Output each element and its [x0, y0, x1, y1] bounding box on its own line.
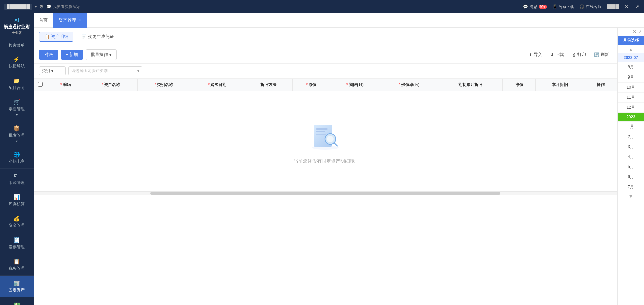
main-layout: Ai 畅捷通好业财 专业版 搜索菜单 ⚡ 快捷导航 📁 项目合同 🛒 零售管理 … — [0, 13, 644, 305]
print-button[interactable]: 🖨 打印 — [569, 50, 589, 59]
tax-icon: 📋 — [13, 258, 20, 265]
select-arrow-icon: ▾ — [51, 69, 53, 73]
top-bar: ████████ ▾ ⚙ 💬 我要看实例演示 💬 消息 99+ 📱 App下载 … — [0, 0, 644, 13]
th-code: *编码 — [47, 79, 84, 91]
user-info[interactable]: ████ — [607, 4, 619, 9]
panel-expand-btn[interactable]: ⤢ — [638, 29, 642, 34]
sidebar-item-batch[interactable]: 📦 批发管理 — [0, 121, 34, 147]
th-net-value: 净值 — [503, 79, 536, 91]
month-item-2023[interactable]: 4月 — [618, 152, 644, 162]
month-item-2022[interactable]: 10月 — [618, 83, 644, 93]
svg-rect-5 — [316, 134, 326, 135]
month-nav-up-btn[interactable]: ▲ — [628, 46, 634, 53]
sidebar-item-salary[interactable]: 💵 工资 — [0, 297, 34, 305]
tab-close-icon[interactable]: ✕ — [78, 18, 81, 22]
filter-bar: 类别 ▾ 请选择固定资产类别 ▾ — [34, 64, 617, 79]
settings-icon[interactable]: ⚙ — [39, 4, 44, 9]
refresh-button[interactable]: 🔄 刷新 — [591, 50, 612, 59]
panel-close-btn[interactable]: ✕ — [633, 29, 637, 34]
month-item-2023[interactable]: 2月 — [618, 132, 644, 142]
month-item-2022[interactable]: 11月 — [618, 93, 644, 103]
sidebar-item-project-contract[interactable]: 📁 项目合同 — [0, 73, 34, 95]
tab-home[interactable]: 首页 — [34, 13, 53, 28]
import-icon: ⬆ — [529, 52, 533, 57]
scrollbar-area[interactable] — [34, 191, 617, 195]
month-item-2022[interactable]: 8月 — [618, 62, 644, 72]
th-residual-rate: *残值率(%) — [380, 79, 438, 91]
month-item-2023[interactable]: 5月 — [618, 162, 644, 172]
sidebar-item-inventory[interactable]: 📊 库存核算 — [0, 190, 34, 211]
panel-controls: ✕ ⤢ — [618, 28, 644, 36]
top-bar-left: ████████ ▾ ⚙ 💬 我要看实例演示 — [4, 4, 520, 10]
sidebar-item-ecommerce[interactable]: 🌐 小畅电商 — [0, 147, 34, 169]
import-button[interactable]: ⬆ 导入 — [526, 50, 545, 59]
demo-link[interactable]: 💬 我要看实例演示 — [46, 4, 81, 10]
month-item-2023[interactable]: 7月 — [618, 182, 644, 192]
sidebar-item-fund[interactable]: 💰 资金管理 — [0, 211, 34, 233]
th-depreciation-method: 折旧方法 — [244, 79, 292, 91]
sidebar-item-quick-nav[interactable]: ⚡ 快捷导航 — [0, 52, 34, 73]
th-original-value: *原值 — [292, 79, 330, 91]
sidebar-item-fixed-assets[interactable]: 🏢 固定资产 — [0, 276, 34, 297]
top-bar-right: 💬 消息 99+ 📱 App下载 🎧 在线客服 ████ ✕ ⤢ — [523, 3, 640, 10]
svg-rect-3 — [316, 128, 328, 130]
month-item-2023[interactable]: 3月 — [618, 142, 644, 152]
sub-tab-asset-detail[interactable]: 📋 资产明细 — [39, 32, 73, 42]
sub-tab-bar: 📋 资产明细 📄 变更生成凭证 — [34, 28, 617, 46]
months-2022-group: 8月9月10月11月12月 — [618, 62, 644, 113]
tab-bar: 首页 资产管理 ✕ — [34, 13, 644, 28]
table-header-row: *编码 *资产名称 *类别名称 *购买日期 折旧方法 *原值 *期限(月) *残… — [34, 79, 617, 91]
search-menu-button[interactable]: 搜索菜单 — [0, 39, 34, 52]
month-nav-down-btn[interactable]: ▼ — [628, 193, 634, 200]
online-service-button[interactable]: 🎧 在线客服 — [579, 4, 602, 10]
month-item-2022[interactable]: 9月 — [618, 72, 644, 83]
purchase-icon: 🛍 — [14, 173, 19, 179]
action-bar-left: 对账 + 新增 批量操作 ▾ — [39, 49, 117, 60]
select-all-checkbox[interactable] — [38, 82, 43, 87]
company-selector[interactable]: ████████ — [4, 4, 32, 10]
ecommerce-icon: 🌐 — [13, 151, 20, 158]
print-icon: 🖨 — [572, 52, 576, 57]
category-value-select[interactable]: 请选择固定资产类别 ▾ — [68, 66, 142, 75]
sub-tab-change-voucher[interactable]: 📄 变更生成凭证 — [76, 32, 119, 41]
download-icon: ⬇ — [550, 52, 554, 57]
th-name: *资产名称 — [84, 79, 138, 91]
th-operation: 操作 — [584, 79, 617, 91]
sidebar-item-retail[interactable]: 🛒 零售管理 — [0, 95, 34, 121]
action-bar: 对账 + 新增 批量操作 ▾ ⬆ 导入 ⬇ — [34, 46, 617, 64]
batch-button[interactable]: 批量操作 ▾ — [86, 49, 117, 60]
app-name: 畅捷通好业财 — [3, 24, 31, 30]
demo-icon: 💬 — [46, 4, 51, 9]
company-dropdown-icon[interactable]: ▾ — [35, 5, 37, 9]
action-bar-right: ⬆ 导入 ⬇ 下载 🖨 打印 🔄 刷新 — [526, 50, 612, 59]
brand-name: Ai — [3, 17, 31, 23]
batch-icon: 📦 — [13, 125, 20, 132]
month-item-2023[interactable]: 6月 — [618, 172, 644, 182]
match-button[interactable]: 对账 — [39, 50, 58, 60]
panel-close-icon[interactable]: ✕ — [624, 3, 629, 10]
tab-asset-management[interactable]: 资产管理 ✕ — [53, 13, 87, 28]
th-accumulated-depreciation: 期初累计折旧 — [438, 79, 503, 91]
year-2023-badge: 2023 — [618, 113, 644, 122]
month-item-2022[interactable]: 12月 — [618, 103, 644, 113]
table-wrap: *编码 *资产名称 *类别名称 *购买日期 折旧方法 *原值 *期限(月) *残… — [34, 79, 617, 191]
scrollbar-thumb[interactable] — [150, 192, 500, 195]
headset-icon: 🎧 — [579, 4, 584, 9]
content-area: 首页 资产管理 ✕ 📋 资产明细 📄 变更生成凭证 — [34, 13, 644, 305]
month-item-current-year-label[interactable]: 2022.07 — [618, 53, 644, 62]
sidebar: Ai 畅捷通好业财 专业版 搜索菜单 ⚡ 快捷导航 📁 项目合同 🛒 零售管理 … — [0, 13, 34, 305]
main-panel: 📋 资产明细 📄 变更生成凭证 对账 + 新增 批量操作 — [34, 28, 617, 305]
panel-resize-icon[interactable]: ⤢ — [635, 3, 640, 10]
app-download-button[interactable]: 📱 App下载 — [552, 4, 574, 10]
month-panel-header: 月份选择 — [618, 36, 644, 45]
month-item-2023[interactable]: 1月 — [618, 122, 644, 132]
message-button[interactable]: 💬 消息 99+ — [523, 4, 547, 10]
mobile-icon: 📱 — [552, 4, 557, 9]
download-button[interactable]: ⬇ 下载 — [548, 50, 567, 59]
category-type-select[interactable]: 类别 ▾ — [39, 66, 66, 75]
add-button[interactable]: + 新增 — [61, 50, 83, 60]
sidebar-item-invoice[interactable]: 🧾 发票管理 — [0, 233, 34, 254]
month-panel: ✕ ⤢ 月份选择 ▲ 2022.07 8月9月10月11月12月 2023 1月… — [617, 28, 644, 305]
sidebar-item-tax[interactable]: 📋 税务管理 — [0, 254, 34, 276]
sidebar-item-purchase[interactable]: 🛍 采购管理 — [0, 169, 34, 190]
